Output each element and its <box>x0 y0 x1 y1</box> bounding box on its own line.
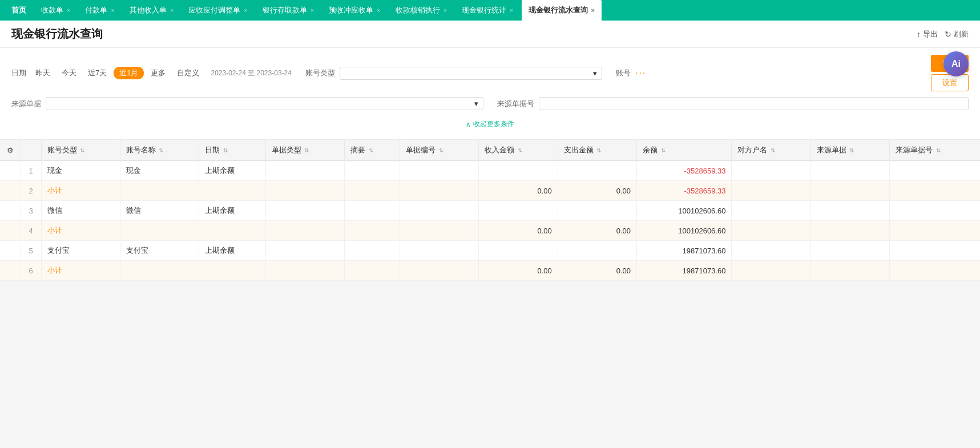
table-body: 1现金现金上期余额-3528659.332小计0.000.00-3528659.… <box>0 161 980 281</box>
nav-item-close-icon[interactable]: × <box>170 7 174 14</box>
col-date[interactable]: 日期 ⇅ <box>199 140 266 161</box>
nav-item-close-icon[interactable]: × <box>310 7 314 14</box>
nav-item-close-icon[interactable]: × <box>244 7 247 14</box>
ai-badge[interactable]: Ai <box>943 51 969 76</box>
settings-button[interactable]: 设置 <box>931 74 969 91</box>
col-source-doc-no[interactable]: 来源单据号 ⇅ <box>890 140 980 161</box>
table-cell: 100102606.60 <box>637 221 732 241</box>
nav-item-other-income[interactable]: 其他收入单× <box>123 0 180 21</box>
col-account-name[interactable]: 账号名称 ⇅ <box>120 140 199 161</box>
source-doc-chevron: ▾ <box>474 99 478 108</box>
source-doc-no-input[interactable] <box>539 97 969 110</box>
table-cell: 19871073.60 <box>637 241 732 261</box>
nav-item-label: 收款核销执行 <box>396 5 440 15</box>
col-source-doc[interactable]: 来源单据 ⇅ <box>810 140 889 161</box>
table-cell <box>479 161 558 181</box>
refresh-label: 刷新 <box>954 29 969 39</box>
table-cell: 100102606.60 <box>637 201 732 221</box>
account-dots-button[interactable]: ··· <box>635 68 646 78</box>
nav-item-adjustment[interactable]: 应收应付调整单× <box>182 0 254 21</box>
col-doc-no[interactable]: 单据编号 ⇅ <box>400 140 479 161</box>
table-cell <box>0 261 21 281</box>
table-cell: 上期余额 <box>199 201 266 221</box>
table-row: 3微信微信上期余额100102606.60 <box>0 201 980 221</box>
table-cell <box>479 241 558 261</box>
nav-item-label: 首页 <box>11 5 26 15</box>
table-cell <box>0 161 21 181</box>
filter-row-1: 日期 昨天 今天 近7天 近1月 更多 自定义 2023-02-24 至 202… <box>11 55 969 91</box>
table-cell <box>345 221 400 241</box>
col-income[interactable]: 收入金额 ⇅ <box>479 140 558 161</box>
table-cell: 3 <box>21 201 41 221</box>
table-row: 1现金现金上期余额-3528659.33 <box>0 161 980 181</box>
nav-item-close-icon[interactable]: × <box>443 7 447 14</box>
nav-item-label: 现金银行流水查询 <box>529 5 588 15</box>
nav-item-close-icon[interactable]: × <box>111 7 114 14</box>
source-doc-select[interactable]: ▾ <box>46 97 483 110</box>
nav-item-close-icon[interactable]: × <box>591 7 595 14</box>
table-cell <box>199 261 266 281</box>
table-cell <box>890 261 980 281</box>
table-cell <box>890 181 980 201</box>
filter-area: 日期 昨天 今天 近7天 近1月 更多 自定义 2023-02-24 至 202… <box>0 48 980 140</box>
nav-item-cash-flow[interactable]: 现金银行流水查询× <box>522 0 602 21</box>
table-cell <box>732 201 810 221</box>
nav-item-payment[interactable]: 付款单× <box>78 0 121 21</box>
table-cell <box>732 241 810 261</box>
table-row: 6小计0.000.0019871073.60 <box>0 261 980 281</box>
col-expense[interactable]: 支出金额 ⇅ <box>558 140 636 161</box>
date-btn-yesterday[interactable]: 昨天 <box>31 67 55 79</box>
top-navigation: 首页收款单×付款单×其他收入单×应收应付调整单×银行存取款单×预收冲应收单×收款… <box>0 0 980 21</box>
table-cell <box>120 181 199 201</box>
refresh-button[interactable]: ↻ 刷新 <box>945 29 969 39</box>
table-cell: 0.00 <box>558 221 636 241</box>
table-cell: 上期余额 <box>199 241 266 261</box>
table-cell <box>732 261 810 281</box>
table-cell <box>0 201 21 221</box>
filter-row-2: 来源单据 ▾ 来源单据号 <box>11 97 969 110</box>
account-filter-group: 账号 ··· <box>616 68 913 78</box>
nav-item-receipt[interactable]: 收款单× <box>34 0 77 21</box>
table-cell <box>265 241 344 261</box>
nav-item-cash-stats[interactable]: 现金银行统计× <box>455 0 520 21</box>
table-cell: 小计 <box>41 261 120 281</box>
nav-item-writeoff[interactable]: 收款核销执行× <box>389 0 454 21</box>
date-btn-custom[interactable]: 自定义 <box>172 67 204 79</box>
col-balance[interactable]: 余额 ⇅ <box>637 140 732 161</box>
date-btn-today[interactable]: 今天 <box>57 67 81 79</box>
nav-item-bank-deposit[interactable]: 银行存取款单× <box>256 0 321 21</box>
data-table: ⚙ 账号类型 ⇅ 账号名称 ⇅ 日期 ⇅ 单据类型 ⇅ 摘要 ⇅ 单据编号 ⇅ … <box>0 140 980 281</box>
nav-item-close-icon[interactable]: × <box>67 7 70 14</box>
table-cell <box>558 241 636 261</box>
table-cell: 0.00 <box>479 181 558 201</box>
table-cell: 小计 <box>41 221 120 241</box>
export-button[interactable]: ↑ 导出 <box>917 29 938 39</box>
table-cell <box>400 161 479 181</box>
nav-item-home[interactable]: 首页 <box>5 0 33 21</box>
nav-item-close-icon[interactable]: × <box>510 7 513 14</box>
nav-item-advance[interactable]: 预收冲应收单× <box>322 0 387 21</box>
table-cell: 上期余额 <box>199 161 266 181</box>
table-header: ⚙ 账号类型 ⇅ 账号名称 ⇅ 日期 ⇅ 单据类型 ⇅ 摘要 ⇅ 单据编号 ⇅ … <box>0 140 980 161</box>
col-doc-type[interactable]: 单据类型 ⇅ <box>265 140 344 161</box>
table-cell <box>400 261 479 281</box>
page-title: 现金银行流水查询 <box>11 26 103 42</box>
account-type-chevron: ▾ <box>593 69 597 78</box>
account-type-select[interactable]: ▾ <box>340 67 602 80</box>
table-cell: 19871073.60 <box>637 261 732 281</box>
account-label: 账号 <box>616 68 631 78</box>
col-counterparty[interactable]: 对方户名 ⇅ <box>732 140 810 161</box>
col-account-type[interactable]: 账号类型 ⇅ <box>41 140 120 161</box>
table-cell <box>810 241 889 261</box>
nav-item-label: 付款单 <box>85 5 107 15</box>
date-btn-1month[interactable]: 近1月 <box>114 67 144 79</box>
col-gear[interactable]: ⚙ <box>0 140 21 161</box>
nav-item-close-icon[interactable]: × <box>377 7 380 14</box>
table-cell: 4 <box>21 221 41 241</box>
table-cell <box>479 201 558 221</box>
date-btn-more[interactable]: 更多 <box>146 67 170 79</box>
date-btn-7days[interactable]: 近7天 <box>83 67 111 79</box>
collapse-bar[interactable]: ∧ 收起更多条件 <box>11 116 969 132</box>
table-cell: 0.00 <box>558 261 636 281</box>
col-summary[interactable]: 摘要 ⇅ <box>345 140 400 161</box>
